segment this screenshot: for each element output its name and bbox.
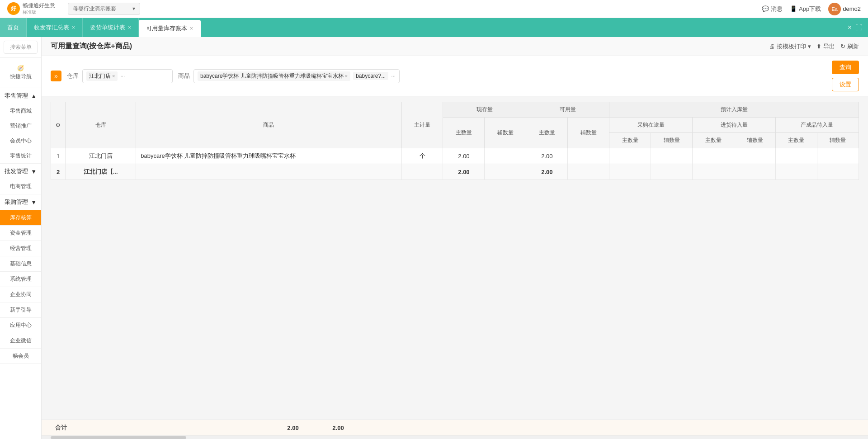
th-settings[interactable]: ⚙ [51,102,66,148]
filter-action-btns: 查询 设置 [832,61,859,91]
print-icon: 🖨 [769,43,775,50]
scroll-bar[interactable] [51,436,186,439]
row-1-incoming-aux [734,148,776,164]
sidebar-item-app-center[interactable]: 应用中心 [0,318,41,333]
wholesale-mgmt-label: 批发管理 [5,167,28,175]
app-download-btn[interactable]: 📱 App下载 [790,5,821,13]
sidebar-section-wholesale-header[interactable]: 批发管理 ▼ [0,164,41,179]
retail-expand-icon: ▲ [31,93,37,99]
sidebar-item-finance[interactable]: 资金管理 [0,226,41,241]
tab-spacer [201,18,842,37]
page-actions: 🖨 按模板打印 ▾ ⬆ 导出 ↻ 刷新 [769,42,859,51]
sidebar-section-appcenter: 应用中心 [0,318,41,333]
warehouse-tag-close[interactable]: × [112,73,115,79]
settings-btn[interactable]: 设置 [832,78,859,91]
tab-income-summary[interactable]: 收发存汇总表 × [27,18,83,37]
sidebar-item-inventory-check[interactable]: 库存核算 [0,210,41,225]
row-2-avail-aux [568,164,609,180]
th-avail-aux: 辅数量 [568,118,609,148]
message-icon: 💬 [762,5,769,12]
row-1-purchase-main [609,148,651,164]
footer-label: 合计 [55,424,67,432]
sidebar-item-marketing[interactable]: 营销推广 [0,118,41,133]
content-area: 可用量查询(按仓库+商品) 🖨 按模板打印 ▾ ⬆ 导出 ↻ 刷新 » [42,37,868,439]
sidebar-search-btn[interactable]: 搜索菜单 [4,41,38,54]
row-2-purchase-aux [651,164,693,180]
export-btn[interactable]: ⬆ 导出 [816,42,835,51]
tab-available-inventory[interactable]: 可用量库存账本 × [139,20,201,37]
sidebar-item-retail-stats[interactable]: 零售统计 [0,148,41,163]
tab-available-inventory-close[interactable]: × [190,25,193,32]
main-layout: 搜索菜单 🧭 快捷导航 零售管理 ▲ 零售商城 营销推广 会员中心 零售统计 批… [0,37,868,439]
top-bar-left: 好 畅捷通好生意 标准版 母婴行业演示账套 ▾ [7,2,140,15]
row-2-stock-main: 2.00 [443,164,485,180]
tab-expand-btn[interactable]: ⛶ [855,24,863,32]
message-btn[interactable]: 💬 消息 [762,5,783,13]
quick-nav-label: 快捷导航 [10,73,32,80]
tab-income-summary-close[interactable]: × [72,24,75,31]
sidebar-section-enterprise: 企业协同 [0,287,41,302]
app-download-label: App下载 [799,5,821,13]
logo-text: 畅捷通好生意 [23,2,55,9]
tab-home[interactable]: 首页 [0,18,27,37]
logo-text-area: 畅捷通好生意 标准版 [23,2,55,15]
warehouse-more[interactable]: ··· [120,73,125,79]
sidebar-item-quick-nav[interactable]: 🧭 快捷导航 [0,61,41,84]
tab-order-stats[interactable]: 要货单统计表 × [83,18,139,37]
sidebar-section-ops: 经营管理 [0,241,41,256]
th-purchase-transit: 采购在途量 [609,118,693,133]
row-2-stock-aux [485,164,526,180]
query-btn[interactable]: 查询 [832,61,859,74]
sidebar-item-sys-mgmt[interactable]: 系统管理 [0,272,41,287]
sidebar-item-ecommerce[interactable]: 电商管理 [0,179,41,194]
th-finished-pending: 产成品待入量 [775,118,859,133]
user-area[interactable]: Ea demo2 [828,3,861,15]
sidebar-item-ops[interactable]: 经营管理 [0,241,41,256]
tab-close-all-btn[interactable]: × [848,24,852,32]
warehouse-input[interactable]: 江北门店 × ··· [82,69,173,83]
th-warehouse: 仓库 [66,102,136,148]
retail-mgmt-label: 零售管理 [5,92,28,100]
sidebar-section-retail-header[interactable]: 零售管理 ▲ [0,88,41,104]
tab-home-label: 首页 [7,24,19,32]
sidebar-item-enterprise-collab[interactable]: 企业协同 [0,287,41,302]
chevron-down-icon: ▾ [132,5,135,12]
print-chevron: ▾ [808,43,811,50]
sidebar-item-member-center[interactable]: 会员中心 [0,133,41,148]
sidebar-item-new-guide[interactable]: 新手引导 [0,302,41,317]
th-forecast-inbound: 预计入库量 [609,102,859,118]
inventory-table: ⚙ 仓库 商品 主计量 现存量 可用量 预计入库量 主数量 辅数量 主数量 辅数… [51,102,859,180]
product-tag-1-close[interactable]: × [345,73,348,79]
sidebar-item-enterprise-wechat[interactable]: 企业微信 [0,333,41,348]
th-incoming-aux: 辅数量 [734,133,776,148]
refresh-btn[interactable]: ↻ 刷新 [840,42,859,51]
top-bar-right: 💬 消息 📱 App下载 Ea demo2 [762,3,861,15]
sidebar-item-basic-info[interactable]: 基础信息 [0,256,41,271]
print-template-btn[interactable]: 🖨 按模板打印 ▾ [769,42,811,51]
message-label: 消息 [771,5,783,13]
table-footer: 合计 2.00 2.00 [42,420,868,435]
sidebar-item-retail-mall[interactable]: 零售商城 [0,104,41,118]
product-more[interactable]: ··· [391,73,396,79]
sidebar-section-purchase-header[interactable]: 采购管理 ▼ [0,194,41,210]
th-main-unit: 主计量 [401,102,443,148]
industry-selector[interactable]: 母婴行业演示账套 ▾ [68,3,140,15]
tab-bar-actions: × ⛶ [842,18,868,37]
table-row-subtotal: 2 江北门店【... 2.00 2.00 [51,164,859,180]
tab-order-stats-close[interactable]: × [128,24,131,31]
th-purchase-aux: 辅数量 [651,133,693,148]
top-bar: 好 畅捷通好生意 标准版 母婴行业演示账套 ▾ 💬 消息 📱 App下载 Ea … [0,0,868,18]
sidebar-search-area: 搜索菜单 [0,37,41,58]
query-settings-col: 查询 设置 [832,61,859,91]
sidebar-item-member[interactable]: 畅会员 [0,349,41,363]
row-2-avail-main: 2.00 [526,164,568,180]
product-input[interactable]: babycare学饮杯 儿童防摔防撞吸管杯重力球吸嘴杯宝宝水杯 × babyca… [193,69,400,83]
filter-expand-btn[interactable]: » [51,71,61,81]
page-header: 可用量查询(按仓库+商品) 🖨 按模板打印 ▾ ⬆ 导出 ↻ 刷新 [42,37,868,56]
th-current-stock: 现存量 [443,102,526,118]
username: demo2 [843,5,861,12]
page-title: 可用量查询(按仓库+商品) [51,42,132,51]
sidebar-section-basic: 基础信息 [0,256,41,272]
sidebar-section-purchase: 采购管理 ▼ [0,194,41,210]
purchase-expand-icon: ▼ [31,199,37,206]
